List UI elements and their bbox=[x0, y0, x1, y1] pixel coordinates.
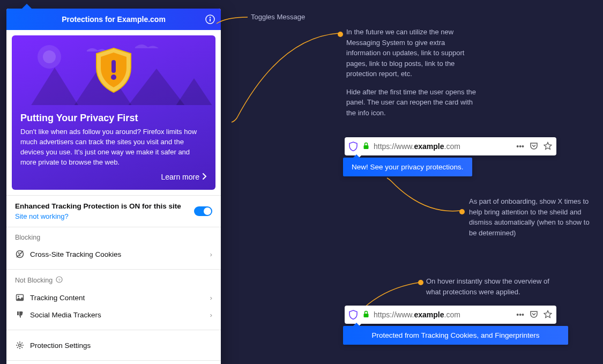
site-not-working-link[interactable]: Site not working? bbox=[15, 212, 181, 220]
not-blocking-item-social-trackers[interactable]: Social Media Trackers › bbox=[15, 306, 212, 323]
annotation-dot bbox=[459, 209, 465, 214]
annotation-future: In the future we can utilize the new Mes… bbox=[346, 27, 480, 118]
protections-panel: Protections for Example.com bbox=[6, 9, 221, 364]
help-icon[interactable]: ? bbox=[56, 276, 63, 285]
url-suffix: .com bbox=[444, 310, 460, 319]
callout-caret bbox=[353, 154, 360, 158]
hero-title: Putting Your Privacy First bbox=[20, 113, 207, 124]
annotation-future-b: Hide after the first time the user opens… bbox=[346, 87, 480, 118]
svg-line-21 bbox=[17, 343, 18, 344]
svg-point-4 bbox=[43, 50, 56, 63]
panel-title: Protections for Example.com bbox=[62, 15, 166, 24]
panel-footer: 244,051 Trackers Blocked This Week Show … bbox=[6, 360, 221, 364]
pocket-icon[interactable] bbox=[530, 310, 538, 320]
shield-icon[interactable] bbox=[349, 142, 359, 151]
more-icon[interactable]: ••• bbox=[516, 310, 524, 319]
url-domain: example bbox=[414, 142, 444, 151]
svg-text:?: ? bbox=[58, 278, 61, 283]
callout-hover-text: Protected from Tracking Cookies, and Fin… bbox=[372, 331, 540, 339]
svg-line-22 bbox=[21, 347, 23, 348]
hero-card: Putting Your Privacy First Don't like wh… bbox=[12, 35, 215, 190]
star-icon[interactable] bbox=[544, 310, 552, 320]
learn-more-link[interactable]: Learn more bbox=[20, 173, 207, 181]
url-text: https://www.example.com bbox=[374, 310, 512, 319]
shield-icon[interactable] bbox=[349, 310, 359, 320]
svg-point-16 bbox=[19, 344, 21, 347]
svg-rect-26 bbox=[364, 314, 369, 317]
annotation-dot bbox=[418, 280, 423, 285]
hero-illustration bbox=[12, 35, 215, 105]
url-domain: example bbox=[414, 310, 444, 319]
urlbar-hover[interactable]: https://www.example.com ••• bbox=[345, 306, 556, 324]
annotation-toggles-message: Toggles Message bbox=[251, 12, 305, 23]
settings-label: Protection Settings bbox=[30, 341, 91, 350]
callout-caret bbox=[353, 323, 360, 326]
chevron-right-icon: › bbox=[210, 294, 213, 302]
star-icon[interactable] bbox=[544, 142, 552, 152]
annotation-onboarding: As part of onboarding, show X times to h… bbox=[469, 196, 590, 238]
more-icon[interactable]: ••• bbox=[516, 142, 524, 151]
svg-point-1 bbox=[210, 17, 211, 18]
gear-icon bbox=[15, 340, 25, 350]
svg-line-24 bbox=[21, 343, 23, 344]
cookie-icon bbox=[15, 249, 25, 259]
etp-status-title: Enhanced Tracking Protection is ON for t… bbox=[15, 202, 181, 210]
not-blocking-item-tracking-content[interactable]: Tracking Content › bbox=[15, 289, 212, 306]
url-prefix: https://www. bbox=[374, 310, 414, 319]
blocking-item-label: Cross-Site Tracking Cookies bbox=[30, 250, 121, 258]
not-blocking-section: Not Blocking ? Tracking Content › Social… bbox=[6, 269, 221, 330]
annotation-dot bbox=[338, 32, 343, 37]
etp-section: Enhanced Tracking Protection is ON for t… bbox=[6, 195, 221, 227]
pocket-icon[interactable] bbox=[530, 142, 538, 152]
info-icon[interactable] bbox=[205, 14, 215, 25]
not-blocking-item-label: Social Media Trackers bbox=[30, 311, 101, 319]
not-blocking-item-label: Tracking Content bbox=[30, 294, 85, 302]
protection-settings-link[interactable]: Protection Settings bbox=[15, 337, 212, 354]
url-suffix: .com bbox=[444, 142, 460, 151]
chevron-right-icon: › bbox=[210, 311, 213, 319]
callout-new-text: New! See your privacy protections. bbox=[352, 163, 464, 171]
svg-point-8 bbox=[18, 252, 20, 254]
settings-section: Protection Settings bbox=[6, 330, 221, 360]
lock-icon bbox=[363, 310, 369, 320]
urlbar-onboarding[interactable]: https://www.example.com ••• bbox=[345, 137, 556, 155]
not-blocking-label: Not Blocking bbox=[15, 277, 53, 284]
svg-rect-25 bbox=[364, 145, 369, 149]
callout-hover: Protected from Tracking Cookies, and Fin… bbox=[343, 326, 568, 345]
callout-new[interactable]: New! See your privacy protections. bbox=[343, 158, 472, 176]
svg-rect-2 bbox=[210, 19, 211, 22]
hero-description: Don't like when ads follow you around? F… bbox=[20, 127, 207, 167]
panel-header: Protections for Example.com bbox=[6, 9, 221, 30]
lock-icon bbox=[363, 142, 369, 151]
annotation-future-a: In the future we can utilize the new Mes… bbox=[346, 27, 480, 79]
etp-toggle[interactable] bbox=[194, 206, 212, 216]
blocking-section: Blocking Cross-Site Tracking Cookies › bbox=[6, 227, 221, 269]
svg-point-15 bbox=[18, 296, 19, 298]
svg-line-23 bbox=[17, 347, 18, 348]
svg-point-6 bbox=[111, 75, 116, 80]
learn-more-label: Learn more bbox=[161, 173, 199, 181]
chevron-right-icon bbox=[203, 173, 207, 181]
url-text: https://www.example.com bbox=[374, 142, 512, 151]
image-icon bbox=[15, 293, 25, 302]
annotation-hover: On hover instantly show the overview of … bbox=[426, 276, 565, 297]
url-prefix: https://www. bbox=[374, 142, 414, 151]
blocking-label: Blocking bbox=[15, 234, 212, 241]
blocking-item-cookies[interactable]: Cross-Site Tracking Cookies › bbox=[15, 246, 212, 263]
chevron-right-icon: › bbox=[210, 250, 213, 258]
svg-rect-5 bbox=[111, 60, 116, 73]
thumbs-down-icon bbox=[15, 310, 25, 320]
